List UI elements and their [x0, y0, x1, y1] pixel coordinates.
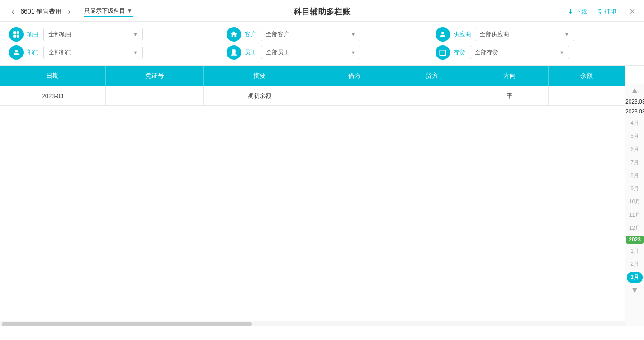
col-credit: 贷方	[393, 66, 471, 86]
svg-point-4	[441, 32, 444, 34]
timeline-month-10[interactable]: 10月	[625, 195, 644, 208]
timeline-month-4[interactable]: 4月	[625, 117, 644, 130]
col-summary: 摘要	[204, 66, 316, 86]
title-bar: ‹ 6601 销售费用 › 只显示下级科目 ▼ 科目辅助多栏账 ⬇ 下载 🖨 打…	[0, 0, 644, 22]
svg-rect-2	[13, 35, 16, 38]
chevron-down-icon: ▼	[133, 32, 138, 37]
filter-supplier: 供应商 全部供应商 ▼	[426, 27, 635, 42]
project-select[interactable]: 全部项目 ▼	[43, 28, 143, 41]
inventory-select[interactable]: 全部存货 ▼	[470, 46, 569, 59]
ledger-table-container: 日期 凭证号 摘要 借方 贷方 方向 余额 2023-03期初余额平	[0, 66, 625, 250]
svg-rect-6	[232, 49, 236, 54]
department-label: 部门	[27, 48, 40, 57]
year-label-2023: 2023	[626, 236, 644, 244]
svg-point-5	[15, 50, 18, 52]
close-button[interactable]: ×	[630, 6, 635, 17]
timeline-header-1: 2023.03	[625, 97, 644, 107]
download-label: 下载	[575, 8, 587, 16]
show-sub-toggle[interactable]: 只显示下级科目 ▼	[84, 7, 133, 17]
department-select[interactable]: 全部部门 ▼	[43, 46, 143, 59]
print-icon: 🖨	[596, 8, 602, 15]
timeline-sidebar: ▲ 2023.03 2023.03 4月 5月 6月 7月 8月 9月 10月 …	[625, 84, 644, 326]
svg-rect-3	[17, 35, 19, 38]
timeline-up-arrow[interactable]: ▲	[631, 84, 639, 97]
download-button[interactable]: ⬇ 下载	[568, 8, 587, 16]
table-header-row: 日期 凭证号 摘要 借方 贷方 方向 余额	[0, 66, 625, 86]
chevron-down-icon: ▼	[350, 50, 355, 55]
filter-employee: 员工 全部员工 ▼	[218, 45, 426, 60]
show-sub-label: 只显示下级科目	[84, 7, 125, 15]
title-right: ⬇ 下载 🖨 打印 ×	[568, 6, 635, 17]
employee-label: 员工	[245, 48, 257, 57]
page-title: 科目辅助多栏账	[294, 6, 350, 17]
chevron-down-icon: ▼	[127, 8, 133, 14]
timeline-month-12[interactable]: 12月	[625, 222, 644, 235]
filter-customer: 客户 全部客户 ▼	[218, 27, 426, 42]
col-voucher: 凭证号	[105, 66, 203, 86]
timeline-header-2: 2023.03	[625, 107, 644, 117]
cell-date: 2023-03	[0, 86, 105, 106]
timeline-down-arrow[interactable]: ▼	[631, 284, 639, 297]
timeline-month-1[interactable]: 1月	[625, 245, 644, 258]
timeline-month-2[interactable]: 2月	[625, 258, 644, 271]
timeline-month-7[interactable]: 7月	[625, 156, 644, 169]
project-label: 项目	[27, 30, 40, 38]
chevron-down-icon: ▼	[133, 50, 138, 55]
col-debit: 借方	[316, 66, 393, 86]
employee-select[interactable]: 全部员工 ▼	[261, 46, 360, 59]
col-date: 日期	[0, 66, 105, 86]
chevron-down-icon: ▼	[559, 50, 564, 55]
filter-project: 项目 全部项目 ▼	[9, 27, 218, 42]
timeline-month-6[interactable]: 6月	[625, 143, 644, 156]
print-label: 打印	[604, 8, 616, 16]
supplier-select[interactable]: 全部供应商 ▼	[475, 28, 574, 41]
cell-direction: 平	[471, 86, 548, 106]
customer-select[interactable]: 全部客户 ▼	[261, 28, 360, 41]
project-icon	[9, 27, 24, 42]
timeline-month-8[interactable]: 8月	[625, 169, 644, 182]
svg-rect-1	[17, 31, 19, 34]
filter-department: 部门 全部部门 ▼	[9, 45, 218, 60]
timeline-month-9[interactable]: 9月	[625, 182, 644, 195]
title-left: ‹ 6601 销售费用 › 只显示下级科目 ▼	[9, 7, 133, 17]
cell-voucher	[105, 86, 203, 106]
cell-summary: 期初余额	[204, 86, 316, 106]
ledger-table: 日期 凭证号 摘要 借方 贷方 方向 余额 2023-03期初余额平	[0, 66, 625, 106]
scrollbar-thumb	[2, 322, 252, 326]
cell-credit	[393, 86, 471, 106]
col-balance: 余额	[548, 66, 625, 86]
employee-icon	[227, 45, 241, 60]
download-icon: ⬇	[568, 8, 573, 15]
inventory-label: 存货	[454, 48, 466, 57]
chevron-down-icon: ▼	[350, 32, 355, 37]
inventory-icon	[436, 45, 450, 60]
timeline-month-5[interactable]: 5月	[625, 130, 644, 143]
timeline-month-11[interactable]: 11月	[625, 208, 644, 222]
customer-label: 客户	[245, 30, 257, 38]
cell-balance	[548, 86, 625, 106]
filter-inventory: 存货 全部存货 ▼	[426, 45, 635, 60]
supplier-label: 供应商	[454, 30, 471, 38]
table-row: 2023-03期初余额平	[0, 86, 625, 106]
customer-icon	[227, 27, 241, 42]
chevron-down-icon: ▼	[564, 32, 569, 37]
prev-account-button[interactable]: ‹	[9, 7, 17, 17]
print-button[interactable]: 🖨 打印	[596, 8, 616, 16]
supplier-icon	[436, 27, 450, 42]
timeline-month-3-active[interactable]: 3月	[627, 272, 643, 283]
department-icon	[9, 45, 24, 60]
col-direction: 方向	[471, 66, 548, 86]
next-account-button[interactable]: ›	[65, 7, 73, 17]
cell-debit	[316, 86, 393, 106]
svg-rect-0	[13, 31, 16, 34]
account-code: 6601 销售费用	[20, 8, 62, 16]
horizontal-scrollbar[interactable]	[0, 321, 625, 326]
table-body: 2023-03期初余额平	[0, 86, 625, 106]
filter-bar: 项目 全部项目 ▼ 客户 全部客户 ▼ 供应商 全部供应商 ▼	[0, 22, 644, 66]
